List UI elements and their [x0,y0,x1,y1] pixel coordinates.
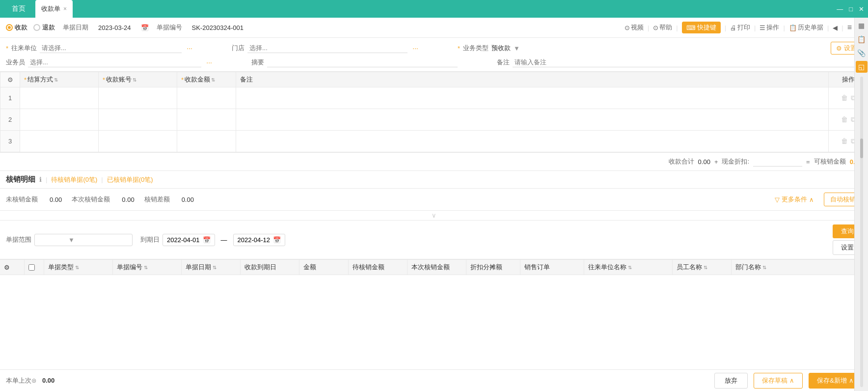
shortcut-icon: ⌨ [686,24,696,31]
total-value: 0.00 [698,158,710,166]
range-select[interactable]: ▼ [34,234,133,246]
nav-menu-icon[interactable]: ≡ [847,23,852,32]
tab-active-label: 收款单 [41,4,60,13]
help-btn[interactable]: ⊙ 帮助 [653,23,672,32]
filter-row: 单据范围 ▼ 到期日 2022-04-01 📅 — 2022-04-12 📅 [0,221,868,259]
bth-doc-type: 单据类型 ⇅ [44,260,113,275]
date-from-icon[interactable]: 📅 [203,236,211,244]
window-minimize-icon[interactable]: — [837,5,843,13]
operate-btn[interactable]: ☰ 操作 [760,23,779,32]
more-conditions-btn[interactable]: ▽ 更多条件 ∧ [775,195,814,204]
uncancelled-label: 未核销金额 [6,195,38,204]
tab-active[interactable]: 收款单 × [35,0,73,18]
staff-input[interactable] [28,57,201,67]
video-icon: ⊙ [624,24,630,31]
row-3-account[interactable] [99,131,177,152]
print-btn[interactable]: 🖨 打印 [730,23,750,32]
verification-section: 核销明细 ℹ | 待核销单据(0笔) | 已核销单据(0笔) 未核销金额 0.0… [0,171,868,391]
sort-dept-icon[interactable]: ⇅ [762,265,766,270]
row-2-amount[interactable] [177,109,236,131]
sort-partner-icon[interactable]: ⇅ [628,265,632,270]
tab-home[interactable]: 首页 [4,0,33,18]
select-all-checkbox[interactable] [28,264,35,271]
history-btn[interactable]: 📋 历史单据 [789,23,823,32]
date-to-value: 2022-04-12 [238,236,271,244]
tab-pending[interactable]: 待核销单据(0笔) [51,175,97,184]
bth-partner-name: 往来单位名称 ⇅ [584,260,673,275]
nav-left-icon[interactable]: ◀ [833,24,838,31]
staff-label: 业务员 [6,58,25,67]
info-icon[interactable]: ℹ [39,176,42,183]
sort-docdate-icon[interactable]: ⇅ [213,265,217,270]
date-from-input[interactable]: 2022-04-01 📅 [163,234,215,246]
bottom-table-settings-icon[interactable]: ⚙ [4,264,10,271]
side-icon-expand[interactable]: ◱ [856,61,868,73]
shop-input[interactable] [247,43,407,53]
row-3-settlement[interactable] [20,131,99,152]
shop-field-group: 门店 ··· [232,43,418,53]
current-label: 本次核销金额 [72,195,110,204]
radio-receive[interactable]: 收款 [6,23,27,32]
video-btn[interactable]: ⊙ 视频 [624,23,644,32]
row-1-account[interactable] [99,87,177,109]
sort-doctype-icon[interactable]: ⇅ [75,265,79,270]
date-to-icon[interactable]: 📅 [273,236,281,244]
sort-docnum-icon[interactable]: ⇅ [144,265,148,270]
diff-label: 核销差额 [144,195,170,204]
partner-input[interactable] [40,43,182,53]
summary-input[interactable] [267,57,458,67]
discount-input[interactable] [753,157,802,167]
row-3-remark[interactable] [236,131,829,152]
partner-more-icon[interactable]: ··· [187,44,192,52]
sort-amount-icon[interactable]: ⇅ [211,77,215,83]
sort-account-icon[interactable]: ⇅ [133,77,136,83]
radio-return-dot [33,24,40,31]
bth-sales-order: 销售订单 [520,260,584,275]
save-new-chevron-icon[interactable]: ∧ [849,377,854,384]
row-3-delete-icon[interactable]: 🗑 [841,137,848,145]
bth-amount: 金额 [299,260,349,275]
business-type-dropdown-icon[interactable]: ▼ [514,45,520,52]
save-draft-chevron-icon[interactable]: ∧ [789,377,794,384]
row-2-account[interactable] [99,109,177,131]
shop-more-icon[interactable]: ··· [412,44,418,52]
side-icon-attach[interactable]: 📎 [856,47,868,59]
number-label: 单据编号 [157,23,182,32]
sort-settlement-icon[interactable]: ⇅ [54,77,58,83]
bth-settings[interactable]: ⚙ [0,260,25,275]
business-type-star: * [458,45,460,52]
table-settings-icon[interactable]: ⚙ [7,76,13,84]
calendar-icon[interactable]: 📅 [141,24,149,31]
side-icon-doc[interactable]: 📋 [856,33,868,45]
date-separator: — [221,236,227,244]
scrollbar[interactable] [860,77,863,387]
side-icon-table[interactable]: ▦ [856,20,868,31]
date-to-input[interactable]: 2022-04-12 📅 [233,234,286,246]
shortcut-btn[interactable]: ⌨ 快捷键 [682,22,721,33]
window-close-icon[interactable]: ✕ [859,5,864,13]
row-1-delete-icon[interactable]: 🗑 [841,94,848,102]
remark-input[interactable] [513,57,862,67]
bth-checkbox[interactable] [25,260,44,275]
collapse-chevron-icon[interactable]: ∨ [432,212,436,219]
th-settlement: * 结算方式 ⇅ [20,72,99,87]
diff-value: 0.00 [182,196,194,203]
row-3-amount[interactable] [177,131,236,152]
save-draft-button[interactable]: 保存草稿 ∧ [754,373,803,389]
tab-close-icon[interactable]: × [63,5,67,12]
radio-return[interactable]: 退款 [33,23,55,32]
window-restore-icon[interactable]: □ [849,5,853,13]
sort-staff-icon[interactable]: ⇅ [704,265,707,270]
row-2-remark[interactable] [236,109,829,131]
table-row: 3 🗑 ⧉ [0,131,868,152]
row-1-settlement[interactable] [20,87,99,109]
row-1-remark[interactable] [236,87,829,109]
discard-button[interactable]: 放弃 [714,373,748,389]
row-2-settlement[interactable] [20,109,99,131]
discount-label: 现金折扣: [722,157,749,166]
th-settings[interactable]: ⚙ [0,72,20,87]
tab-done[interactable]: 已核销单据(0笔) [107,175,153,184]
row-1-amount[interactable] [177,87,236,109]
row-2-delete-icon[interactable]: 🗑 [841,115,848,124]
staff-more-icon[interactable]: ··· [206,58,212,66]
